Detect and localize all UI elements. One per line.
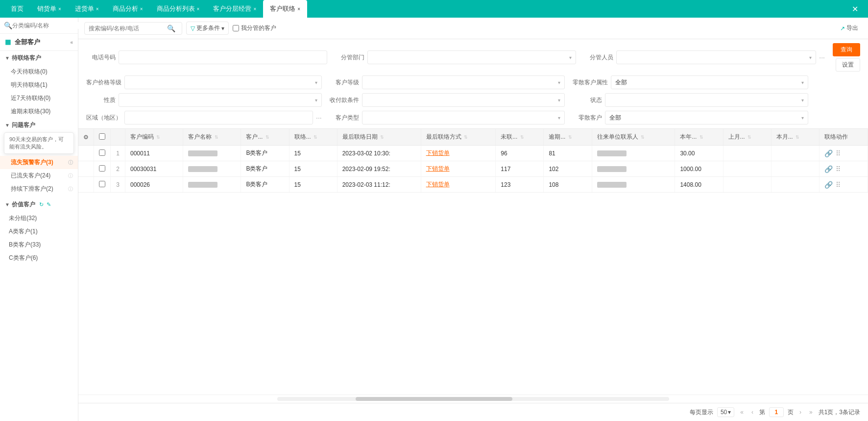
row-check-1[interactable]: [99, 165, 105, 172]
tab-analysis-close[interactable]: ×: [140, 6, 143, 12]
sidebar-group-problem-header[interactable]: ▼ 问题客户: [0, 118, 78, 132]
code-sort-icon[interactable]: ⇅: [156, 135, 160, 140]
settings-button[interactable]: 设置: [836, 58, 860, 72]
phone-input[interactable]: [119, 50, 327, 64]
retail-select[interactable]: 全部 ▾: [605, 111, 808, 124]
tab-purchase-close[interactable]: ×: [96, 6, 99, 12]
type-sort-icon[interactable]: ⇅: [265, 135, 269, 140]
person-select[interactable]: ▾: [616, 50, 816, 64]
action-more-icon-0[interactable]: ⠿: [836, 149, 841, 157]
dept-label: 分管部门: [335, 53, 364, 62]
contacts-sort-icon[interactable]: ⇅: [313, 135, 317, 140]
payment-arrow: ▾: [558, 98, 560, 103]
sidebar-item-churn-warning[interactable]: 流失预警客户(3) ⓘ: [0, 156, 78, 169]
row-contacts-2: 15: [289, 177, 337, 193]
tab-customer-link[interactable]: 客户联络 ×: [263, 0, 307, 18]
last-date-sort-icon[interactable]: ⇅: [380, 135, 384, 140]
name-sort-icon[interactable]: ⇅: [215, 135, 218, 140]
row-last-way-0[interactable]: 下销货单: [421, 146, 496, 161]
row-check-0[interactable]: [99, 149, 105, 156]
retail-attr-select[interactable]: 全部 ▾: [611, 75, 808, 89]
main-search-icon[interactable]: 🔍: [167, 25, 175, 32]
action-link-icon-0[interactable]: 🔗: [824, 149, 833, 157]
sidebar-group-pending-header[interactable]: ▼ 待联络客户: [0, 51, 78, 65]
nature-arrow: ▾: [315, 98, 317, 103]
action-link-icon-1[interactable]: 🔗: [824, 165, 833, 173]
row-last-way-2[interactable]: 下销货单: [421, 177, 496, 193]
sidebar-item-tomorrow[interactable]: 明天待联络(1): [0, 78, 78, 92]
this-month-sort-icon[interactable]: ⇅: [796, 135, 799, 140]
query-button[interactable]: 查询: [833, 43, 860, 56]
sidebar-item-declining[interactable]: 持续下滑客户(2) ⓘ: [0, 182, 78, 196]
first-page-btn[interactable]: «: [738, 408, 746, 417]
sidebar-item-c-class[interactable]: C类客户(6): [0, 251, 78, 265]
sidebar-all-customers[interactable]: ▦ 全部客户 «: [0, 34, 78, 51]
horizontal-scrollbar[interactable]: [78, 395, 868, 403]
sidebar-item-a-class[interactable]: A类客户(1): [0, 225, 78, 238]
tab-purchase[interactable]: 进货单 ×: [68, 0, 106, 18]
row-check-2[interactable]: [99, 181, 105, 187]
uncontacted-sort-icon[interactable]: ⇅: [520, 135, 524, 140]
action-more-icon-1[interactable]: ⠿: [836, 165, 841, 173]
tab-analysis-list-close[interactable]: ×: [197, 6, 200, 12]
value-edit-icon[interactable]: ✎: [47, 201, 51, 208]
last-page-btn[interactable]: »: [807, 408, 815, 417]
all-customers-label: 全部客户: [15, 38, 40, 46]
tab-customer-link-close[interactable]: ×: [297, 6, 300, 12]
sidebar-item-b-class[interactable]: B类客户(33): [0, 238, 78, 251]
value-refresh-icon[interactable]: ↻: [39, 201, 44, 208]
customer-tier-arrow: ▾: [558, 80, 560, 85]
row-last-way-1[interactable]: 下销货单: [421, 161, 496, 177]
main-search-input[interactable]: [89, 25, 167, 32]
tab-sales[interactable]: 销货单 ×: [30, 0, 68, 18]
col-settings[interactable]: ⚙: [78, 129, 94, 146]
export-btn[interactable]: ↗ 导出: [836, 22, 862, 34]
nature-select[interactable]: ▾: [119, 93, 322, 107]
window-close-button[interactable]: ✕: [846, 4, 864, 14]
more-conditions-btn[interactable]: ▽ 更多条件 ▾: [186, 22, 229, 35]
row-last-month-0: [723, 146, 771, 161]
tab-customer-tier[interactable]: 客户分层经营 ×: [206, 0, 263, 18]
sidebar-item-overdue[interactable]: 逾期未联络(30): [0, 105, 78, 118]
action-more-icon-2[interactable]: ⠿: [836, 181, 841, 189]
per-page-select[interactable]: 50 ▾: [717, 407, 734, 417]
person-dots[interactable]: ···: [819, 53, 825, 61]
this-year-sort-icon[interactable]: ⇅: [699, 135, 703, 140]
price-tier-select[interactable]: ▾: [124, 75, 322, 89]
sidebar-item-churned[interactable]: 已流失客户(24) ⓘ: [0, 169, 78, 182]
sidebar-value-group-header[interactable]: ▼ 价值客户 ↻ ✎: [0, 198, 78, 212]
sidebar-item-week[interactable]: 近7天待联络(0): [0, 92, 78, 105]
sidebar-search-input[interactable]: [12, 22, 86, 29]
sidebar-item-ungrouped[interactable]: 未分组(32): [0, 212, 78, 225]
current-page-input[interactable]: [769, 407, 784, 417]
tab-home[interactable]: 首页: [4, 0, 30, 18]
prev-page-btn[interactable]: ‹: [749, 408, 755, 417]
row-unit-contact-2: [592, 177, 675, 193]
action-link-icon-2[interactable]: 🔗: [824, 181, 833, 189]
person-arrow: ▾: [809, 55, 812, 60]
sidebar-collapse-icon[interactable]: «: [70, 40, 73, 45]
payment-select[interactable]: ▾: [362, 93, 565, 107]
customer-tier-select[interactable]: ▾: [362, 75, 565, 89]
tab-sales-close[interactable]: ×: [58, 6, 61, 12]
last-way-sort-icon[interactable]: ⇅: [464, 135, 468, 140]
tab-analysis-list[interactable]: 商品分析列表 ×: [150, 0, 207, 18]
select-all-checkbox[interactable]: [99, 133, 105, 140]
customer-type-select[interactable]: ▾: [362, 111, 565, 124]
customer-table: ⚙ 客户编码 ⇅ 客户名称 ⇅: [78, 129, 868, 193]
last-month-sort-icon[interactable]: ⇅: [747, 135, 751, 140]
overdue-sort-icon[interactable]: ⇅: [568, 135, 572, 140]
status-select[interactable]: ▾: [605, 93, 808, 107]
region-dots[interactable]: ···: [316, 114, 322, 122]
unit-contact-sort-icon[interactable]: ⇅: [641, 135, 645, 140]
my-customers-checkbox[interactable]: [233, 25, 239, 31]
tab-customer-tier-close[interactable]: ×: [253, 6, 256, 12]
next-page-btn[interactable]: ›: [797, 408, 803, 417]
tab-analysis[interactable]: 商品分析 ×: [106, 0, 150, 18]
region-select[interactable]: [124, 111, 313, 124]
dept-select[interactable]: ▾: [367, 50, 576, 64]
scrollbar-thumb[interactable]: [356, 397, 512, 401]
problem-arrow-icon: ▼: [5, 123, 10, 128]
sidebar-item-today[interactable]: 今天待联络(0): [0, 65, 78, 78]
row-checkbox-1: [94, 161, 111, 177]
